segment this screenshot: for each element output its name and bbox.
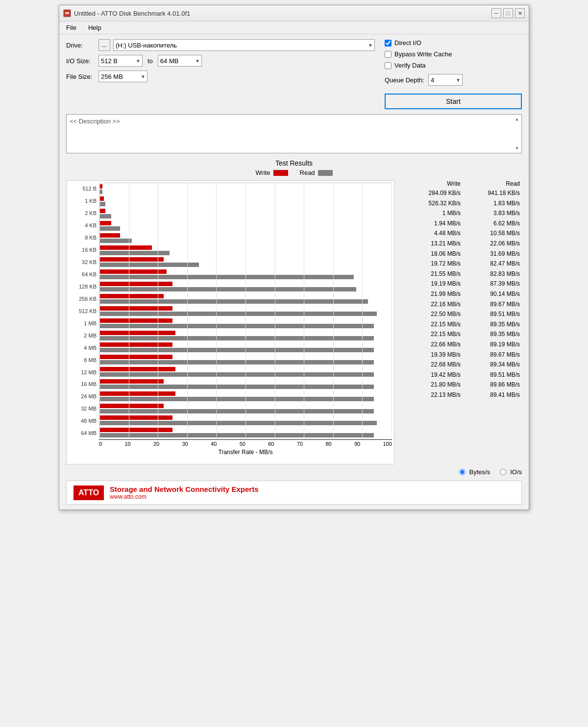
write-bar [99, 245, 152, 250]
chart-inner: 512 B1 KB2 KB4 KB8 KB16 KB32 KB64 KB128 … [66, 180, 394, 464]
y-label: 48 MB [67, 418, 98, 424]
write-bar [99, 428, 172, 432]
browse-button[interactable]: ... [98, 39, 110, 51]
drive-select-wrapper: (H:) USB-накопитель ▼ [113, 39, 375, 51]
read-value: 89.41 MB/s [461, 390, 520, 400]
read-value: 3.83 MB/s [461, 209, 520, 218]
read-bar [99, 397, 374, 401]
x-label: 90 [354, 441, 360, 447]
direct-io-checkbox[interactable] [385, 40, 392, 47]
bypass-cache-checkbox[interactable] [385, 51, 392, 58]
read-value: 89.67 MB/s [461, 300, 520, 309]
x-label: 40 [211, 441, 217, 447]
menu-file[interactable]: File [63, 23, 79, 32]
read-color-box [318, 170, 333, 176]
write-bar [99, 306, 172, 311]
y-label: 512 KB [67, 308, 98, 314]
read-bar [99, 312, 377, 316]
read-value: 89.35 MB/s [461, 330, 520, 339]
write-value: 18.06 MB/s [401, 249, 461, 259]
read-value: 89.67 MB/s [461, 350, 520, 360]
read-value: 22.06 MB/s [461, 239, 520, 248]
read-value: 82.83 MB/s [461, 269, 520, 279]
table-row: 22.66 MB/s89.19 MB/s [399, 339, 522, 350]
bar-pair [99, 342, 392, 353]
io-from-select[interactable]: 512 B [98, 55, 143, 67]
read-bar [99, 263, 199, 267]
y-label: 8 MB [67, 357, 98, 363]
verify-data-checkbox[interactable] [385, 62, 392, 69]
direct-io-label[interactable]: Direct I/O [394, 39, 421, 47]
table-row: 22.68 MB/s89.34 MB/s [399, 360, 522, 370]
write-bar [99, 257, 164, 262]
radio-io: IO/s [500, 468, 522, 476]
write-bar [99, 294, 164, 298]
y-label: 12 MB [67, 369, 98, 375]
read-bar [99, 324, 374, 328]
y-label: 1 MB [67, 320, 98, 326]
y-label: 4 MB [67, 345, 98, 351]
read-value: 6.62 MB/s [461, 219, 520, 228]
x-label: 100 [383, 441, 392, 447]
radio-bytes: Bytes/s [459, 468, 490, 476]
io-to-select[interactable]: 64 MB [158, 55, 202, 67]
bytes-radio[interactable] [459, 469, 466, 475]
title-bar-left: Untitled - ATTO Disk Benchmark 4.01.0f1 [63, 9, 190, 17]
title-bar: Untitled - ATTO Disk Benchmark 4.01.0f1 … [59, 5, 529, 22]
atto-logo: ATTO [74, 485, 104, 500]
io-radio[interactable] [500, 469, 506, 475]
write-value: 22.13 MB/s [401, 390, 461, 400]
file-size-select[interactable]: 256 MB [98, 71, 147, 82]
close-button[interactable]: ✕ [515, 8, 525, 18]
scroll-down-arrow[interactable]: ▼ [515, 146, 519, 150]
table-row: 21.99 MB/s90.14 MB/s [399, 289, 522, 299]
verify-data-label[interactable]: Verify Data [394, 62, 426, 69]
maximize-button[interactable]: □ [503, 8, 513, 18]
read-bar [99, 360, 374, 364]
x-label: 30 [182, 441, 188, 447]
data-table-header: Write Read [399, 180, 522, 187]
minimize-button[interactable]: ─ [491, 8, 501, 18]
table-row: 19.42 MB/s89.51 MB/s [399, 370, 522, 380]
menu-help[interactable]: Help [85, 23, 104, 32]
start-button[interactable]: Start [385, 94, 522, 109]
write-bar [99, 415, 172, 420]
read-value: 89.86 MB/s [461, 380, 520, 389]
drive-select[interactable]: (H:) USB-накопитель [113, 39, 375, 51]
menu-bar: File Help [59, 22, 529, 34]
table-row: 18.06 MB/s31.69 MB/s [399, 249, 522, 259]
file-size-label: File Size: [66, 73, 96, 80]
bar-pair [99, 257, 392, 267]
bytes-label[interactable]: Bytes/s [469, 468, 490, 476]
read-value: 87.39 MB/s [461, 279, 520, 289]
x-label: 80 [325, 441, 331, 447]
y-label: 8 KB [67, 235, 98, 241]
x-label: 0 [99, 441, 102, 447]
table-row: 19.19 MB/s87.39 MB/s [399, 279, 522, 289]
bar-pair [99, 391, 392, 402]
write-value: 22.66 MB/s [401, 340, 461, 349]
bar-pair [99, 427, 392, 438]
io-label[interactable]: IO/s [510, 468, 522, 476]
scroll-up-arrow[interactable]: ▲ [515, 117, 519, 121]
write-value: 22.50 MB/s [401, 310, 461, 319]
read-bar [99, 336, 374, 340]
bypass-cache-label[interactable]: Bypass Write Cache [394, 50, 452, 58]
table-row: 22.13 MB/s89.41 MB/s [399, 390, 522, 400]
write-label: Write [255, 169, 270, 176]
title-bar-controls: ─ □ ✕ [491, 8, 525, 18]
scrollbar: ▲ ▼ [514, 117, 519, 151]
write-value: 1 MB/s [401, 209, 461, 218]
y-label: 128 KB [67, 284, 98, 290]
queue-depth-wrapper: 4 ▼ [428, 74, 463, 86]
io-to-wrapper: 64 MB ▼ [158, 55, 202, 67]
queue-depth-select[interactable]: 4 [428, 74, 463, 86]
write-value: 21.55 MB/s [401, 269, 461, 279]
read-bar [99, 409, 374, 413]
bar-pair [99, 330, 392, 341]
read-value: 89.34 MB/s [461, 360, 520, 369]
io-size-label: I/O Size: [66, 57, 96, 65]
results-section: Test Results Write Read 512 B1 KB2 KB4 K… [66, 159, 522, 476]
queue-depth-row: Queue Depth: 4 ▼ [385, 74, 522, 86]
write-color-box [273, 170, 288, 176]
